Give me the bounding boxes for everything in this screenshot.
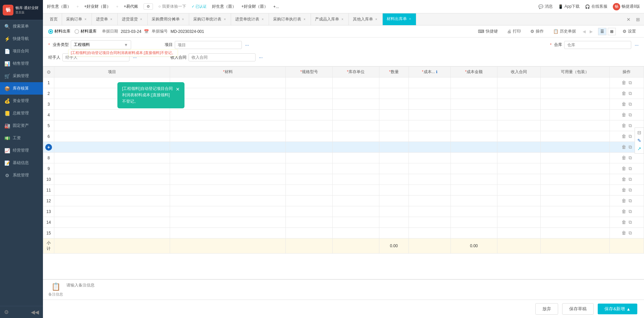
row-delete-btn[interactable]: 🗑 <box>621 79 627 86</box>
row-copy-btn[interactable]: ⧉ <box>628 122 633 129</box>
settings-gear-icon[interactable]: ⚙ <box>4 309 9 315</box>
col-settings[interactable]: ⚙ <box>43 67 54 77</box>
row-delete-btn[interactable]: 🗑 <box>621 208 627 215</box>
sidebar-item-sales[interactable]: 📊 销售管理 <box>0 57 43 70</box>
row-delete-btn[interactable]: 🗑 <box>621 176 627 182</box>
row-delete-btn[interactable]: 🗑 <box>621 229 627 236</box>
radio-material-out[interactable]: 材料出库 <box>48 29 70 34</box>
right-panel-btn-2[interactable]: ✎ <box>637 138 641 143</box>
income-contract-input[interactable] <box>189 53 256 61</box>
view-list-btn[interactable]: ☰ <box>598 28 606 35</box>
tab-finished-goods[interactable]: 产成品入库单 × <box>311 13 349 25</box>
tab-purchase-expense[interactable]: 采购费用分摊单 × <box>148 13 190 25</box>
tab-close-purchase-expense[interactable]: × <box>181 17 185 21</box>
right-panel-btn-3[interactable]: ↗ <box>637 146 641 151</box>
warehouse-input[interactable] <box>564 41 631 49</box>
sidebar-item-search[interactable]: 🔍 搜索菜单 <box>0 20 43 33</box>
tab-close-receipt-stats[interactable]: × <box>261 17 265 21</box>
add-row-btn[interactable]: + <box>45 144 52 151</box>
tab-close-receipt-return[interactable]: × <box>139 17 143 21</box>
row-copy-btn[interactable]: ⧉ <box>628 154 633 161</box>
sidebar-item-operations[interactable]: 📈 经营管理 <box>0 144 43 157</box>
row-delete-btn[interactable]: 🗑 <box>621 187 627 193</box>
settings-btn[interactable]: ⚙ 设置 <box>620 28 639 35</box>
topbar-link-trial[interactable]: ○ 我要体验一下 <box>158 4 186 9</box>
project-lookup-icon[interactable]: ··· <box>245 42 249 48</box>
row-delete-btn[interactable]: 🗑 <box>621 219 627 225</box>
row-copy-btn[interactable]: ⧉ <box>628 176 633 183</box>
tab-other-in[interactable]: 其他入库单 × <box>349 13 383 25</box>
row-delete-btn[interactable]: 🗑 <box>621 101 627 107</box>
row-copy-btn[interactable]: ⧉ <box>628 144 633 151</box>
tab-close-purchase-stats[interactable]: × <box>223 17 227 21</box>
view-grid-btn[interactable]: ⊞ <box>608 28 616 35</box>
sidebar-item-quicknav[interactable]: ⚡ 快捷导航 <box>0 33 43 45</box>
row-delete-btn[interactable]: 🗑 <box>621 144 627 150</box>
tab-receipt-stats[interactable]: 进货单统计表 × <box>231 13 269 25</box>
tab-close-other-in[interactable]: × <box>374 17 378 21</box>
operate-btn[interactable]: ⚙ 操作 <box>528 28 546 35</box>
topbar-link-haoshengyi[interactable]: 好生意（苗） <box>47 4 71 9</box>
tab-home[interactable]: 首页 <box>46 13 62 25</box>
tab-material-out[interactable]: 材料出库单 × <box>383 13 417 25</box>
quickkey-btn[interactable]: ⌨ 快捷键 <box>475 28 500 35</box>
radio-material-return[interactable]: 材料退库 <box>74 29 97 34</box>
notes-textarea[interactable] <box>66 282 639 296</box>
save-new-button[interactable]: 保存&新增 ▲ <box>598 304 637 314</box>
tab-close-receipt[interactable]: × <box>109 17 113 21</box>
col-settings-icon[interactable]: ⚙ <box>47 69 51 75</box>
biztype-select[interactable]: 工程领料 ▼ <box>71 40 131 49</box>
tab-grid-btn[interactable]: ⊞ <box>635 16 641 23</box>
topbar-user[interactable]: 畅 畅捷通8版 <box>613 3 640 10</box>
sidebar-item-finance[interactable]: 💰 资金管理 <box>0 95 43 107</box>
sidebar-collapse-icon[interactable]: ◀◀ <box>31 309 39 315</box>
sidebar-item-payroll[interactable]: 💵 工资 <box>0 132 43 144</box>
tooltip-close-btn[interactable]: ✕ <box>176 86 180 93</box>
sidebar-item-sysadmin[interactable]: ⚙ 系统管理 <box>0 169 43 181</box>
row-copy-btn[interactable]: ⧉ <box>628 165 633 172</box>
tab-close-po-exec[interactable]: × <box>303 17 307 21</box>
history-btn[interactable]: 📋 历史单据 <box>550 28 579 35</box>
topbar-link-haoyecai[interactable]: +好业财（苗） <box>84 4 111 9</box>
right-panel-btn-1[interactable]: ⊟ <box>637 130 641 135</box>
topbar-customer-service[interactable]: 🎧 在线客服 <box>585 4 607 9</box>
tab-close-all-btn[interactable]: ✕ <box>625 16 632 23</box>
topbar-settings-btn[interactable]: ⚙ <box>144 3 153 10</box>
print-btn[interactable]: 🖨 打印 <box>504 28 524 35</box>
tab-purchase-order[interactable]: 采购订单 × <box>62 13 92 25</box>
tab-receipt[interactable]: 进货单 × <box>92 13 118 25</box>
row-delete-btn[interactable]: 🗑 <box>621 165 627 172</box>
sidebar-item-inventory[interactable]: 📦 库存核算 <box>0 82 43 95</box>
tab-purchase-stats[interactable]: 采购订单统计表 × <box>189 13 231 25</box>
row-copy-btn[interactable]: ⧉ <box>628 101 633 108</box>
tab-receipt-return[interactable]: 进货退货 × <box>118 13 148 25</box>
calendar-icon[interactable]: 📅 <box>144 29 149 34</box>
topbar-link-more[interactable]: +... <box>273 4 279 9</box>
sidebar-item-ledger[interactable]: 📒 总账管理 <box>0 107 43 119</box>
warehouse-lookup-icon[interactable]: ··· <box>635 42 639 48</box>
row-copy-btn[interactable]: ⧉ <box>628 90 633 97</box>
tab-close-purchase-order[interactable]: × <box>84 17 88 21</box>
topbar-link-yidaizhang[interactable]: +易代账 <box>124 4 138 9</box>
row-copy-btn[interactable]: ⧉ <box>628 208 633 215</box>
income-contract-lookup-icon[interactable]: ··· <box>259 55 263 60</box>
sidebar-item-basicinfo[interactable]: 📝 基础信息 <box>0 157 43 169</box>
sidebar-item-assets[interactable]: 🏭 固定资产 <box>0 119 43 132</box>
row-delete-btn[interactable]: 🗑 <box>621 133 627 140</box>
row-copy-btn[interactable]: ⧉ <box>628 79 633 86</box>
tab-close-finished-goods[interactable]: × <box>340 17 344 21</box>
row-material-input[interactable] <box>172 145 283 150</box>
sidebar-item-purchase[interactable]: 🛒 采购管理 <box>0 70 43 82</box>
save-draft-button[interactable]: 保存草稿 <box>562 303 594 315</box>
row-copy-btn[interactable]: ⧉ <box>628 197 633 204</box>
topbar-app-download[interactable]: 📱 App下载 <box>558 4 580 9</box>
cost-info-icon[interactable]: ℹ <box>436 70 437 74</box>
topbar-link-hs2[interactable]: 好生意（苗） <box>212 4 236 9</box>
row-copy-btn[interactable]: ⧉ <box>628 187 633 194</box>
row-delete-btn[interactable]: 🗑 <box>621 122 627 129</box>
topbar-link-hyc2[interactable]: +好业财（苗） <box>241 4 268 9</box>
row-copy-btn[interactable]: ⧉ <box>628 229 633 236</box>
tab-po-exec[interactable]: 采购订单执行表 × <box>269 13 311 25</box>
row-copy-btn[interactable]: ⧉ <box>628 111 633 118</box>
row-delete-btn[interactable]: 🗑 <box>621 197 627 204</box>
